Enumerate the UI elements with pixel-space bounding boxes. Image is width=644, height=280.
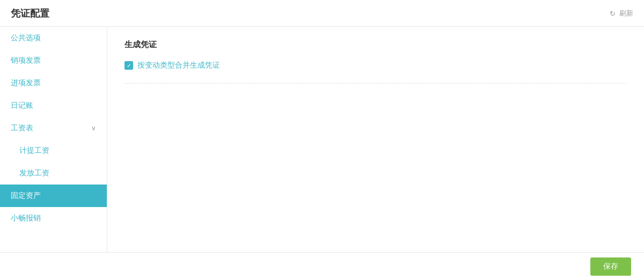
section-divider (125, 83, 627, 84)
sidebar-item-fixed-assets[interactable]: 固定资产 (0, 185, 107, 207)
chevron-down-icon: ∨ (91, 124, 96, 132)
body-wrapper: 公共选项销项发票进项发票日记账工资表∨计提工资发放工资固定资产小畅报销 生成凭证… (0, 27, 644, 252)
section-title: 生成凭证 (125, 40, 627, 50)
refresh-label: 刷新 (619, 9, 633, 18)
save-button[interactable]: 保存 (590, 257, 631, 276)
sidebar-item-label: 固定资产 (11, 191, 41, 201)
sidebar-item-label: 发放工资 (19, 168, 49, 178)
sidebar-item-purchase-invoice[interactable]: 进项发票 (0, 72, 107, 94)
sidebar-item-public-options[interactable]: 公共选项 (0, 27, 107, 49)
sidebar-item-label: 销项发票 (11, 56, 41, 65)
main-content: 生成凭证 按变动类型合并生成凭证 (107, 27, 644, 252)
sidebar-item-label: 工资表 (11, 123, 33, 133)
sidebar-item-label: 进项发票 (11, 78, 41, 88)
sidebar-item-commission-salary[interactable]: 计提工资 (0, 139, 107, 162)
merge-by-type-checkbox[interactable] (125, 61, 133, 70)
sidebar-item-label: 计提工资 (19, 146, 49, 156)
header: 凭证配置 ↻ 刷新 (0, 0, 644, 27)
page-title: 凭证配置 (11, 7, 49, 20)
sidebar-item-label: 公共选项 (11, 33, 41, 43)
sidebar-item-sales-invoice[interactable]: 销项发票 (0, 49, 107, 72)
sidebar-item-expense-report[interactable]: 小畅报销 (0, 207, 107, 230)
sidebar-item-journal[interactable]: 日记账 (0, 94, 107, 117)
sidebar-item-label: 日记账 (11, 101, 33, 110)
checkbox-label: 按变动类型合并生成凭证 (137, 61, 220, 70)
sidebar-item-pay-salary[interactable]: 发放工资 (0, 162, 107, 185)
footer: 保存 (0, 252, 644, 280)
refresh-button[interactable]: ↻ 刷新 (610, 9, 633, 18)
refresh-icon: ↻ (610, 10, 617, 17)
sidebar: 公共选项销项发票进项发票日记账工资表∨计提工资发放工资固定资产小畅报销 (0, 27, 107, 252)
sidebar-item-label: 小畅报销 (11, 213, 41, 223)
checkbox-row: 按变动类型合并生成凭证 (125, 61, 627, 70)
sidebar-item-payroll-table[interactable]: 工资表∨ (0, 117, 107, 139)
